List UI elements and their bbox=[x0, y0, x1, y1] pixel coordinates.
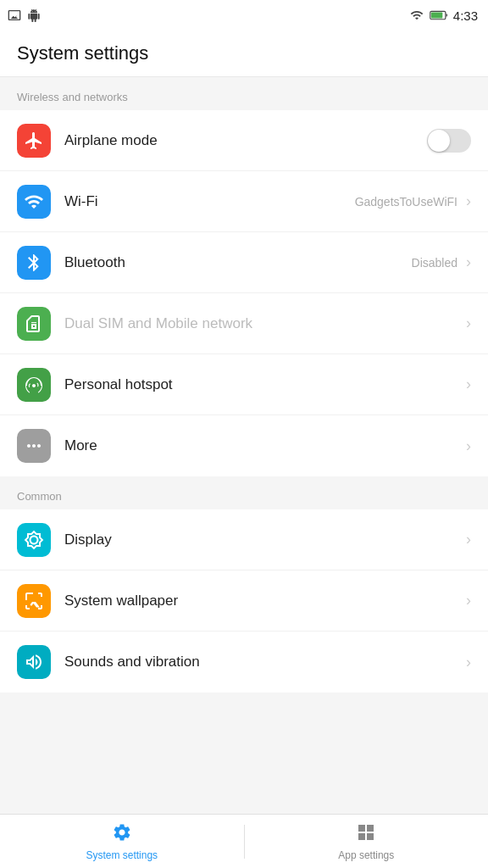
settings-item-dual-sim[interactable]: Dual SIM and Mobile network › bbox=[0, 293, 488, 354]
gear-icon bbox=[112, 822, 132, 843]
sounds-content: Sounds and vibration › bbox=[64, 654, 471, 671]
app-settings-nav-icon bbox=[356, 822, 376, 846]
wifi-chevron: › bbox=[466, 192, 471, 210]
svg-rect-1 bbox=[431, 12, 442, 18]
battery-status-icon bbox=[430, 9, 448, 21]
airplane-mode-toggle-knob bbox=[428, 130, 450, 152]
settings-item-more[interactable]: More › bbox=[0, 415, 488, 476]
app-settings-nav-label: App settings bbox=[338, 849, 394, 861]
sound-icon bbox=[24, 652, 44, 672]
wifi-right: GadgetsToUseWiFI › bbox=[355, 192, 471, 210]
page-title: System settings bbox=[17, 42, 471, 64]
wallpaper-icon-bg bbox=[17, 584, 51, 618]
airplane-icon bbox=[24, 131, 44, 151]
wallpaper-icon bbox=[24, 591, 44, 611]
sounds-right: › bbox=[463, 654, 471, 671]
hotspot-chevron: › bbox=[466, 376, 471, 393]
hotspot-label: Personal hotspot bbox=[64, 376, 173, 393]
section-label-common: Common bbox=[0, 476, 488, 509]
dual-sim-label: Dual SIM and Mobile network bbox=[64, 315, 252, 332]
hotspot-right: › bbox=[463, 376, 471, 393]
nav-item-app-settings[interactable]: App settings bbox=[245, 815, 489, 868]
wifi-icon-bg bbox=[17, 185, 51, 219]
status-time: 4:33 bbox=[453, 8, 478, 23]
more-icon-bg bbox=[17, 429, 51, 463]
wallpaper-chevron: › bbox=[466, 592, 471, 609]
wallpaper-content: System wallpaper › bbox=[64, 592, 471, 609]
more-right: › bbox=[463, 437, 471, 455]
airplane-mode-content: Airplane mode bbox=[64, 129, 471, 153]
settings-item-hotspot[interactable]: Personal hotspot › bbox=[0, 354, 488, 415]
wifi-value: GadgetsToUseWiFI bbox=[355, 195, 458, 209]
display-content: Display › bbox=[64, 531, 471, 548]
sounds-icon-bg bbox=[17, 645, 51, 679]
page-header: System settings bbox=[0, 31, 488, 77]
wifi-status-icon bbox=[409, 8, 424, 22]
bluetooth-value: Disabled bbox=[412, 256, 458, 270]
more-dots-icon bbox=[24, 436, 44, 456]
settings-item-wifi[interactable]: Wi-Fi GadgetsToUseWiFI › bbox=[0, 171, 488, 232]
content-area: Wireless and networks Airplane mode bbox=[0, 77, 488, 747]
sounds-label: Sounds and vibration bbox=[64, 654, 200, 670]
airplane-mode-label: Airplane mode bbox=[64, 132, 158, 149]
bottom-nav: System settings App settings bbox=[0, 814, 488, 868]
status-left-icons bbox=[7, 8, 41, 22]
hotspot-content: Personal hotspot › bbox=[64, 376, 471, 393]
dual-sim-content: Dual SIM and Mobile network › bbox=[64, 314, 471, 332]
bluetooth-icon-bg bbox=[17, 246, 51, 280]
bluetooth-right: Disabled › bbox=[412, 253, 471, 271]
bluetooth-chevron: › bbox=[466, 253, 471, 271]
common-settings-list: Display › System wallpaper › bbox=[0, 509, 488, 693]
wifi-icon bbox=[24, 192, 44, 212]
settings-item-airplane-mode[interactable]: Airplane mode bbox=[0, 110, 488, 171]
settings-item-display[interactable]: Display › bbox=[0, 509, 488, 570]
wallpaper-right: › bbox=[463, 592, 471, 609]
image-status-icon bbox=[7, 8, 22, 22]
wallpaper-label: System wallpaper bbox=[64, 593, 178, 609]
bluetooth-icon bbox=[24, 253, 44, 273]
dual-sim-chevron: › bbox=[466, 314, 471, 332]
sounds-chevron: › bbox=[466, 654, 471, 671]
display-icon-bg bbox=[17, 523, 51, 557]
hotspot-icon bbox=[24, 375, 44, 395]
status-bar: 4:33 bbox=[0, 0, 488, 31]
more-chevron: › bbox=[466, 437, 471, 455]
bluetooth-label: Bluetooth bbox=[64, 254, 125, 271]
dual-sim-icon-bg bbox=[17, 307, 51, 341]
system-settings-nav-label: System settings bbox=[86, 849, 158, 861]
wifi-content: Wi-Fi GadgetsToUseWiFI › bbox=[64, 192, 471, 210]
display-chevron: › bbox=[466, 531, 471, 548]
more-label: More bbox=[64, 437, 97, 454]
more-content: More › bbox=[64, 437, 471, 455]
settings-item-wallpaper[interactable]: System wallpaper › bbox=[0, 570, 488, 632]
display-right: › bbox=[463, 531, 471, 548]
display-icon bbox=[24, 530, 44, 550]
airplane-mode-icon-bg bbox=[17, 124, 51, 158]
system-settings-nav-icon bbox=[112, 822, 132, 846]
nav-item-system-settings[interactable]: System settings bbox=[0, 815, 244, 868]
hotspot-icon-bg bbox=[17, 368, 51, 402]
airplane-mode-toggle[interactable] bbox=[427, 129, 471, 153]
bluetooth-content: Bluetooth Disabled › bbox=[64, 253, 471, 271]
sim-icon bbox=[24, 314, 44, 334]
dual-sim-right: › bbox=[463, 314, 471, 332]
settings-item-bluetooth[interactable]: Bluetooth Disabled › bbox=[0, 232, 488, 293]
wifi-label: Wi-Fi bbox=[64, 193, 98, 210]
android-status-icon bbox=[27, 8, 41, 22]
wireless-settings-list: Airplane mode Wi-Fi GadgetsToUseWiFI › bbox=[0, 110, 488, 476]
section-label-wireless: Wireless and networks bbox=[0, 77, 488, 110]
status-right-icons: 4:33 bbox=[409, 8, 478, 23]
display-label: Display bbox=[64, 531, 112, 548]
grid-icon bbox=[356, 822, 376, 843]
settings-item-sounds[interactable]: Sounds and vibration › bbox=[0, 632, 488, 693]
